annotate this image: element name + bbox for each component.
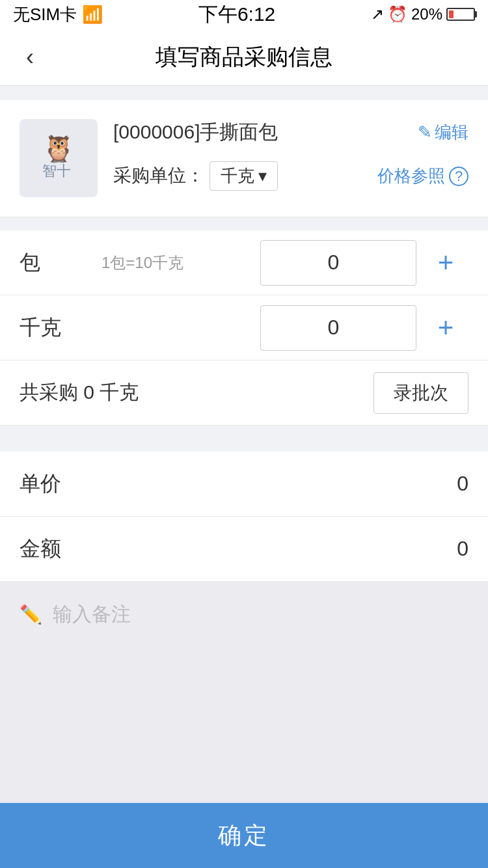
- page-title: 填写商品采购信息: [156, 42, 332, 72]
- purchase-unit-label: 采购单位：: [113, 165, 204, 185]
- product-name-row: [0000006]手撕面包 ✎ 编辑: [113, 119, 468, 146]
- product-card: 🦉 智十 [0000006]手撕面包 ✎ 编辑 采购单位： 千克: [0, 99, 488, 217]
- wifi-icon: 📶: [82, 5, 103, 25]
- product-logo-icon: 🦉: [42, 135, 75, 161]
- summary-text: 共采购 0 千克: [20, 379, 139, 406]
- summary-row: 共采购 0 千克 录批次: [0, 360, 488, 426]
- status-bar: 无SIM卡 📶 下午6:12 ↗ ⏰ 20%: [0, 0, 488, 29]
- bag-quantity-input[interactable]: [260, 240, 416, 286]
- amount-row: 金额 0: [0, 517, 488, 582]
- battery-fill: [449, 10, 454, 18]
- unit-price-row: 单价 0: [0, 452, 488, 517]
- status-left: 无SIM卡 📶: [13, 3, 103, 26]
- kg-input-row: 千克 +: [0, 295, 488, 360]
- edit-icon: ✎: [418, 122, 432, 142]
- bag-sub-label: 1包=10千克: [102, 252, 183, 273]
- status-right: ↗ ⏰ 20%: [371, 5, 475, 23]
- purchase-unit-row: 采购单位： 千克 ▾ 价格参照 ?: [113, 161, 468, 191]
- bag-plus-button[interactable]: +: [423, 240, 468, 286]
- battery-percent: 20%: [411, 5, 442, 23]
- product-info: [0000006]手撕面包 ✎ 编辑 采购单位： 千克 ▾ 价格参照 ?: [113, 119, 468, 191]
- location-icon: ↗: [371, 5, 384, 23]
- bag-label: 包: [20, 249, 98, 277]
- back-button[interactable]: ‹: [20, 37, 40, 77]
- batch-button[interactable]: 录批次: [373, 372, 468, 414]
- unit-price-value: 0: [457, 472, 468, 496]
- alarm-icon: ⏰: [388, 5, 407, 23]
- amount-value: 0: [457, 537, 468, 561]
- product-image: 🦉 智十: [20, 119, 98, 197]
- bag-input-row: 包 1包=10千克 +: [0, 230, 488, 295]
- price-section: 单价 0 金额 0: [0, 452, 488, 582]
- unit-price-label: 单价: [20, 470, 61, 498]
- kg-label: 千克: [20, 314, 98, 342]
- kg-quantity-input[interactable]: [260, 305, 416, 351]
- unit-select[interactable]: 千克 ▾: [210, 161, 278, 191]
- section-divider-1: [0, 217, 488, 230]
- price-ref-info-icon: ?: [449, 167, 468, 186]
- confirm-button[interactable]: 确定: [0, 803, 488, 868]
- price-ref-button[interactable]: 价格参照 ?: [377, 165, 468, 187]
- product-name: [0000006]手撕面包: [113, 119, 278, 146]
- quantity-section: 包 1包=10千克 + 千克 +: [0, 230, 488, 360]
- purchase-unit-label-group: 采购单位： 千克 ▾: [113, 161, 278, 191]
- nav-bar: ‹ 填写商品采购信息: [0, 29, 488, 86]
- edit-button[interactable]: ✎ 编辑: [418, 121, 468, 144]
- dropdown-icon: ▾: [258, 166, 267, 186]
- amount-label: 金额: [20, 535, 61, 563]
- product-logo-text: 智十: [42, 161, 75, 181]
- pencil-icon: ✏️: [20, 604, 42, 625]
- section-divider-2: [0, 426, 488, 439]
- notes-placeholder: 输入备注: [53, 601, 131, 628]
- price-ref-label: 价格参照: [377, 165, 445, 187]
- notes-section[interactable]: ✏️ 输入备注: [0, 582, 488, 647]
- no-sim-label: 无SIM卡: [13, 3, 77, 26]
- status-time: 下午6:12: [198, 1, 275, 28]
- bottom-spacer: [0, 647, 488, 830]
- battery-bar: [446, 8, 475, 21]
- kg-plus-button[interactable]: +: [423, 305, 468, 351]
